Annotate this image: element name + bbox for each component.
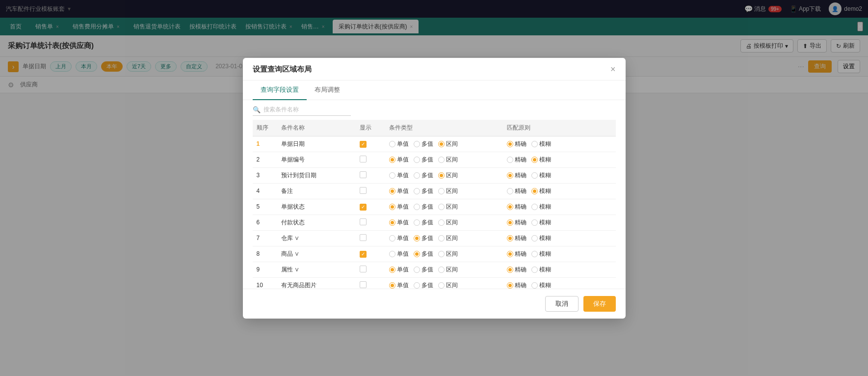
modal-overlay: 设置查询区域布局 × 查询字段设置 布局调整 🔍 顺序 条件名称 显示 条件类型… [0,0,868,93]
tab-layout[interactable]: 布局调整 [307,81,348,94]
dialog: 设置查询区域布局 × 查询字段设置 布局调整 🔍 顺序 条件名称 显示 条件类型… [243,58,626,94]
dialog-tabs: 查询字段设置 布局调整 [243,81,626,94]
dialog-header: 设置查询区域布局 × [243,58,626,81]
dialog-title: 设置查询区域布局 [253,65,312,74]
dialog-close-btn[interactable]: × [610,65,616,74]
tab-query-fields[interactable]: 查询字段设置 [253,81,307,94]
